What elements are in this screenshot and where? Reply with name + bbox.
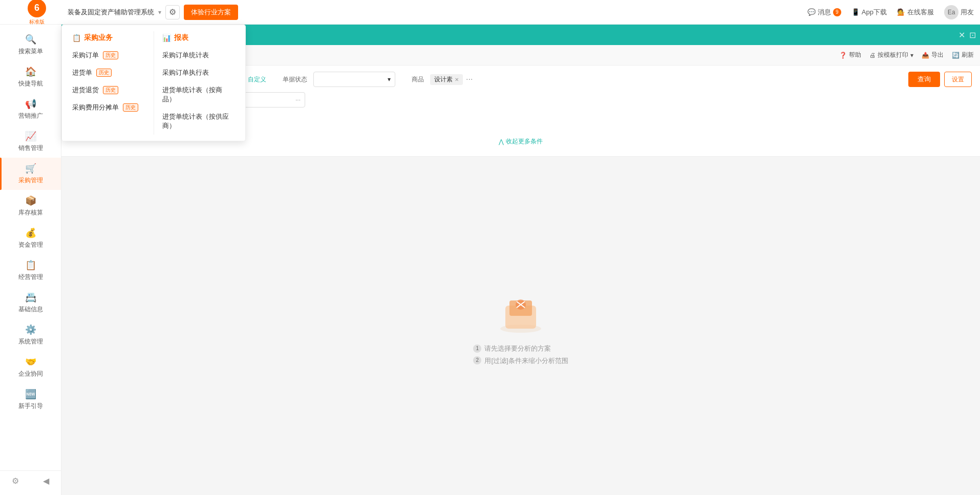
sidebar-item-operations-label: 经营管理 xyxy=(18,273,43,282)
refresh-label: 刷新 xyxy=(962,51,974,59)
menu-item-purchase-order-stat[interactable]: 采购订单统计表 xyxy=(158,47,240,64)
empty-hint-2-text: 用[过滤]条件来缩小分析范围 xyxy=(484,355,568,367)
salesman-more-dots[interactable]: ··· xyxy=(295,96,301,103)
header-right: 💬 消息 9 📱 App下载 💁 在线客服 Ea 用友 xyxy=(807,5,974,19)
sidebar-item-system[interactable]: ⚙️ 系统管理 xyxy=(0,319,61,351)
step-1-num: 1 xyxy=(473,345,481,353)
sidebar-item-quicknav-label: 快捷导航 xyxy=(18,79,43,88)
menu-item-purchase-order-exec[interactable]: 采购订单执行表 xyxy=(158,64,240,81)
sidebar-item-operations[interactable]: 📋 经营管理 xyxy=(0,254,61,287)
sidebar-item-purchase-label: 采购管理 xyxy=(18,176,43,185)
sidebar-item-quicknav[interactable]: 🏠 快捷导航 xyxy=(0,61,61,93)
query-button[interactable]: 查询 xyxy=(908,72,940,87)
sidebar-item-capital[interactable]: 💰 资金管理 xyxy=(0,222,61,254)
sidebar-item-marketing-label: 营销推广 xyxy=(18,112,43,120)
refresh-btn[interactable]: 🔄 刷新 xyxy=(952,51,974,59)
menu-item-purchase-order-label: 采购订单 xyxy=(72,51,99,60)
inventory-icon: 📦 xyxy=(25,195,36,206)
step-2-num: 2 xyxy=(473,356,481,364)
home-icon: 🏠 xyxy=(25,66,36,77)
sidebar-item-search[interactable]: 🔍 搜索菜单 xyxy=(0,29,61,61)
active-indicator xyxy=(0,158,2,190)
goods-tag: 设计素 ✕ xyxy=(430,74,463,85)
online-service-label: 在线客服 xyxy=(907,8,934,17)
goods-tag-label: 设计素 xyxy=(434,75,453,84)
sidebar-item-search-label: 搜索菜单 xyxy=(18,47,43,56)
empty-hint: 1 请先选择要分析的方案 2 用[过滤]条件来缩小分析范围 xyxy=(473,342,568,367)
sidebar-item-guide[interactable]: 🆕 新手引导 xyxy=(0,383,61,416)
system-title-dropdown-icon[interactable]: ▾ xyxy=(158,9,161,16)
capital-icon: 💰 xyxy=(25,227,36,239)
avatar: Ea xyxy=(944,5,958,19)
menu-item-purchase-order[interactable]: 采购订单 历史 xyxy=(68,47,150,64)
sidebar-item-collab[interactable]: 🤝 企业协同 xyxy=(0,351,61,383)
refresh-icon: 🔄 xyxy=(952,52,960,59)
menu-item-purchase-expense-label: 采购费用分摊单 xyxy=(72,103,119,112)
sidebar-item-purchase[interactable]: 🛒 采购管理 xyxy=(0,158,61,190)
report-col: 📊 报表 采购订单统计表 采购订单执行表 进货单统计表（按商品） 进货单统计表（… xyxy=(158,31,240,135)
logo-subtitle: 标准版 xyxy=(29,18,45,26)
menu-item-stock-stat-by-goods[interactable]: 进货单统计表（按商品） xyxy=(158,81,240,108)
industry-btn[interactable]: 体验行业方案 xyxy=(184,5,238,20)
guide-icon: 🆕 xyxy=(25,389,36,400)
purchase-icon: 🛒 xyxy=(25,163,36,174)
tab-maximize-icon[interactable]: ⊡ xyxy=(969,30,976,40)
menu-item-stock-stat-by-supplier[interactable]: 进货单统计表（按供应商） xyxy=(158,108,240,135)
menu-item-stock-return[interactable]: 进货退货 历史 xyxy=(68,81,150,99)
sidebar-item-guide-label: 新手引导 xyxy=(18,402,43,411)
doc-status-select[interactable]: ▾ xyxy=(313,72,395,87)
system-icon: ⚙️ xyxy=(25,324,36,335)
settings-icon[interactable]: ⚙ xyxy=(12,476,19,486)
app-download-label: App下载 xyxy=(862,8,887,17)
sidebar-item-sales-label: 销售管理 xyxy=(18,144,43,153)
collapse-label: 收起更多条件 xyxy=(506,137,543,146)
tab-close-window-icon[interactable]: ✕ xyxy=(958,30,965,40)
logo-area: 6 标准版 xyxy=(6,0,68,26)
sidebar-item-collab-label: 企业协同 xyxy=(18,370,43,378)
collapse-up-icon: ⋀ xyxy=(499,138,504,145)
menu-item-stock-in[interactable]: 进货单 历史 xyxy=(68,64,150,81)
goods-label: 商品 xyxy=(412,75,424,84)
purchase-dropdown-menu: 📋 采购业务 采购订单 历史 进货单 历史 进货退货 历史 采购费用分摊单 历史 xyxy=(61,25,246,141)
dropdown-columns: 📋 采购业务 采购订单 历史 进货单 历史 进货退货 历史 采购费用分摊单 历史 xyxy=(62,31,245,135)
sidebar-item-marketing[interactable]: 📢 营销推广 xyxy=(0,93,61,125)
print-btn[interactable]: 🖨 按模板打印 ▾ xyxy=(869,51,913,59)
export-label: 导出 xyxy=(931,51,944,59)
set-button[interactable]: 设置 xyxy=(944,72,972,87)
export-btn[interactable]: 📤 导出 xyxy=(922,51,944,59)
message-label: 消息 xyxy=(818,8,831,17)
action-buttons: 查询 设置 xyxy=(908,72,972,87)
user-btn[interactable]: Ea 用友 xyxy=(944,5,974,19)
report-header-label: 报表 xyxy=(174,33,188,42)
user-label: 用友 xyxy=(961,8,974,17)
empty-hint-1: 1 请先选择要分析的方案 xyxy=(473,342,568,354)
sidebar-item-basicinfo[interactable]: 📇 基础信息 xyxy=(0,287,61,319)
service-icon: 💁 xyxy=(897,8,905,16)
app-download-btn[interactable]: 📱 App下载 xyxy=(851,8,887,17)
print-dropdown-icon[interactable]: ▾ xyxy=(910,52,913,59)
doc-status-dropdown-icon: ▾ xyxy=(388,76,391,83)
sidebar-item-system-label: 系统管理 xyxy=(18,337,43,346)
online-service-btn[interactable]: 💁 在线客服 xyxy=(897,8,934,17)
sidebar-item-sales[interactable]: 📈 销售管理 xyxy=(0,125,61,158)
sidebar-item-inventory[interactable]: 📦 库存核算 xyxy=(0,190,61,222)
empty-illustration xyxy=(490,285,551,336)
empty-hint-1-text: 请先选择要分析的方案 xyxy=(484,342,551,354)
help-btn[interactable]: ❓ 帮助 xyxy=(839,51,861,59)
sidebar-item-capital-label: 资金管理 xyxy=(18,241,43,249)
menu-item-purchase-order-stat-label: 采购订单统计表 xyxy=(162,51,209,60)
doc-status-label: 单据状态 xyxy=(283,75,307,84)
message-btn[interactable]: 💬 消息 9 xyxy=(807,8,841,17)
goods-more-dots[interactable]: ··· xyxy=(466,75,473,84)
shortcut-custom[interactable]: 自定义 xyxy=(248,75,266,84)
gear-button[interactable]: ⚙ xyxy=(165,5,180,19)
history-badge-purchase-order: 历史 xyxy=(103,51,118,59)
purchase-business-col: 📋 采购业务 采购订单 历史 进货单 历史 进货退货 历史 采购费用分摊单 历史 xyxy=(68,31,150,135)
collapse-sidebar-icon[interactable]: ◀ xyxy=(43,476,49,486)
print-label: 按模板打印 xyxy=(878,51,908,59)
report-header: 📊 报表 xyxy=(158,31,240,47)
goods-filter: 设计素 ✕ ··· xyxy=(430,74,473,85)
goods-tag-close[interactable]: ✕ xyxy=(455,77,459,82)
help-label: 帮助 xyxy=(849,51,861,59)
menu-item-purchase-expense[interactable]: 采购费用分摊单 历史 xyxy=(68,99,150,116)
